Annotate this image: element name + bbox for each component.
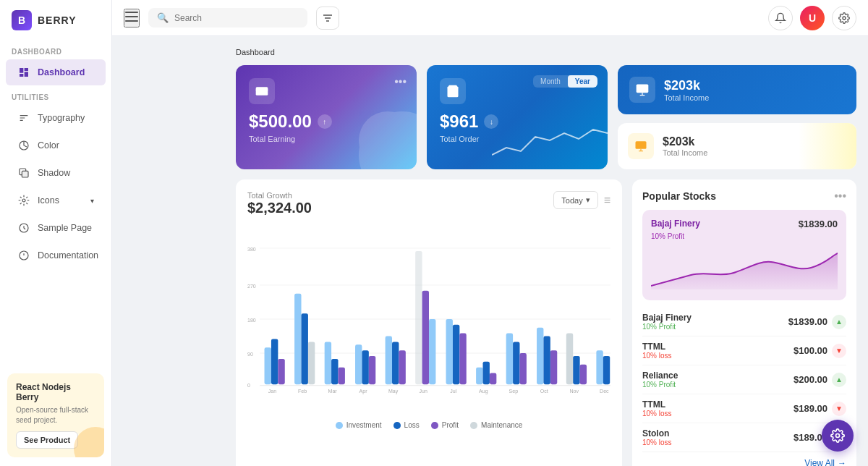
stock-arrow-up: ▲: [832, 373, 846, 387]
sidebar-item-documentation[interactable]: Documentation: [6, 242, 106, 268]
main-content: Dashboard ••• $500.00 ↑ Total Earning Mo…: [224, 36, 868, 466]
svg-point-10: [843, 17, 846, 20]
chart-title-group: Total Growth $2,324.00: [247, 191, 312, 216]
chart-amount: $2,324.00: [247, 200, 312, 216]
period-toggle: Month Year: [533, 75, 597, 88]
sidebar-label-shadow: Shadow: [38, 168, 70, 178]
chart-title: Total Growth: [247, 191, 312, 200]
svg-rect-34: [331, 359, 338, 384]
today-button[interactable]: Today ▾: [553, 191, 597, 209]
svg-rect-53: [520, 353, 527, 384]
order-card: Month Year $961 ↓ Total Order: [427, 65, 608, 169]
svg-rect-37: [362, 350, 368, 384]
svg-text:May: May: [388, 389, 399, 394]
search-input[interactable]: [174, 13, 276, 23]
stock-arrow-down: ▼: [832, 344, 846, 358]
svg-rect-16: [636, 141, 647, 149]
topbar-actions: U: [768, 6, 856, 30]
hamburger-button[interactable]: [124, 9, 140, 27]
avatar[interactable]: U: [800, 6, 825, 30]
income-top-amount: $203k: [664, 78, 845, 93]
loss-dot: [393, 422, 401, 429]
sample-page-icon: [17, 221, 30, 234]
order-card-icon: [440, 78, 466, 104]
breadcrumb: Dashboard: [236, 48, 856, 56]
svg-rect-28: [271, 339, 278, 384]
month-toggle[interactable]: Month: [533, 75, 568, 88]
svg-rect-55: [543, 336, 550, 385]
stock-name: TTML: [642, 399, 672, 410]
sidebar: B BERRY Dashboard Dashboard Utilities Ty…: [0, 0, 112, 466]
sidebar-label-dashboard: Dashboard: [38, 67, 85, 77]
svg-text:Feb: Feb: [298, 389, 307, 394]
year-toggle[interactable]: Year: [568, 75, 597, 88]
breadcrumb-current: Dashboard: [236, 48, 275, 56]
stock-value: $100.00: [793, 345, 827, 356]
svg-rect-41: [399, 350, 405, 384]
svg-text:Aug: Aug: [479, 389, 488, 394]
promo-title: React Nodejs Berry: [16, 382, 95, 402]
sidebar-item-dashboard[interactable]: Dashboard: [6, 59, 106, 85]
svg-rect-52: [513, 342, 519, 384]
notification-button[interactable]: [768, 6, 793, 30]
svg-rect-54: [537, 328, 543, 384]
stock-info: TTML 10% loss: [642, 399, 672, 418]
preview-value: $1839.00: [799, 219, 838, 229]
stock-info: TTML 10% loss: [642, 342, 672, 360]
stock-change: 10% Profit: [642, 381, 678, 389]
bar-chart: 380 270 180 90 0: [247, 225, 610, 415]
earning-card: ••• $500.00 ↑ Total Earning: [236, 65, 417, 169]
settings-button[interactable]: [832, 6, 856, 30]
svg-text:Jan: Jan: [268, 389, 276, 394]
view-all-button[interactable]: View All →: [642, 458, 846, 466]
icons-icon: [17, 194, 30, 207]
earning-card-icon: [249, 78, 275, 104]
stock-value: $1839.00: [788, 316, 827, 327]
sidebar-label-color: Color: [38, 140, 59, 151]
svg-rect-36: [355, 344, 362, 384]
chart-menu-icon[interactable]: ≡: [604, 194, 610, 207]
fab-settings[interactable]: [822, 420, 854, 452]
filter-button[interactable]: [316, 7, 339, 30]
sidebar-label-icons: Icons: [38, 195, 59, 206]
documentation-icon: [17, 249, 30, 262]
svg-rect-33: [325, 342, 331, 384]
svg-rect-58: [573, 356, 579, 384]
stock-info: Reliance 10% Profit: [642, 370, 678, 389]
chart-card: Total Growth $2,324.00 Today ▾ ≡ 380 270: [236, 179, 622, 466]
typography-icon: [17, 111, 30, 124]
earning-card-menu[interactable]: •••: [394, 75, 407, 88]
stock-change: 10% Profit: [642, 323, 692, 331]
bottom-row: Total Growth $2,324.00 Today ▾ ≡ 380 270: [236, 179, 856, 466]
income-bottom-icon: [628, 133, 654, 159]
svg-rect-56: [550, 350, 557, 384]
promo-banner: React Nodejs Berry Open-source full-stac…: [7, 373, 104, 457]
stock-row-reliance: Reliance 10% Profit $200.00 ▲: [642, 365, 846, 394]
sidebar-item-sample-page[interactable]: Sample Page: [6, 215, 106, 241]
svg-rect-15: [637, 85, 649, 93]
legend-maintenance: Maintenance: [470, 421, 522, 429]
stock-name: TTML: [642, 342, 672, 352]
maintenance-dot: [470, 422, 477, 429]
income-top-label: Total Income: [664, 93, 845, 102]
right-panel: $203k Total Income $203k Total Income: [618, 65, 856, 169]
chevron-down-icon: ▾: [90, 197, 94, 205]
cards-row: ••• $500.00 ↑ Total Earning Month Year: [236, 65, 856, 169]
sidebar-item-shadow[interactable]: Shadow: [6, 160, 106, 186]
svg-rect-32: [308, 342, 315, 384]
sidebar-item-color[interactable]: Color: [6, 132, 106, 158]
app-logo[interactable]: B BERRY: [0, 0, 111, 41]
sidebar-item-icons[interactable]: Icons ▾: [6, 187, 106, 213]
search-box: 🔍: [148, 8, 307, 27]
svg-point-6: [74, 427, 104, 457]
stocks-preview: Bajaj Finery $1839.00 10% Profit: [642, 210, 846, 300]
svg-text:380: 380: [247, 247, 256, 252]
stock-info: Bajaj Finery 10% Profit: [642, 313, 692, 331]
sidebar-item-typography[interactable]: Typography: [6, 105, 106, 131]
stock-value: $189.00: [793, 403, 827, 414]
svg-text:Oct: Oct: [540, 389, 548, 394]
svg-rect-8: [125, 16, 138, 17]
svg-text:90: 90: [247, 352, 253, 357]
svg-text:0: 0: [247, 383, 250, 388]
stocks-menu[interactable]: •••: [834, 190, 846, 203]
